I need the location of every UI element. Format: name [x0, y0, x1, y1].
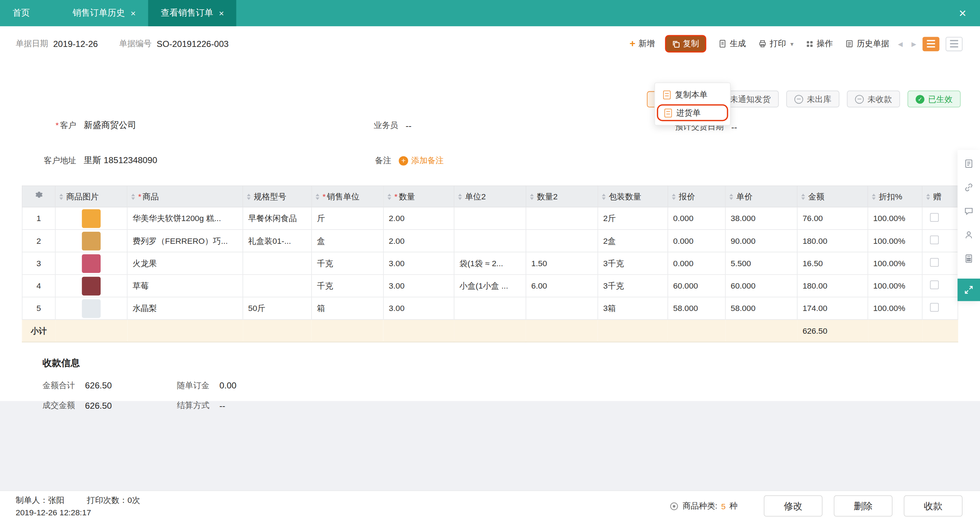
cell-gift[interactable]	[922, 297, 958, 319]
close-icon[interactable]: ×	[130, 9, 135, 18]
cell-row-number: 4	[22, 275, 55, 297]
tab-view-sales-order[interactable]: 查看销售订单 ×	[148, 0, 237, 26]
plus-circle-icon: +	[399, 156, 408, 165]
customer-address-label: 客户地址	[43, 155, 76, 166]
settlement-label: 结算方式	[177, 400, 209, 411]
print-button[interactable]: 打印 ▾	[758, 38, 793, 49]
window-close-icon[interactable]: ×	[945, 0, 980, 26]
column-header-6[interactable]: 单位2	[454, 186, 526, 207]
table-row[interactable]: 5水晶梨50斤箱3.003箱58.00058.000174.00100.00%	[22, 297, 958, 319]
cell-product-name: 费列罗（FERRERO）巧...	[127, 230, 243, 252]
column-label: 规格型号	[254, 191, 286, 202]
footer-info: 制单人：张阳 打印次数：0次 2019-12-26 12:28:17	[16, 495, 140, 517]
sort-icon[interactable]	[458, 193, 462, 200]
gift-checkbox[interactable]	[930, 280, 939, 289]
sort-icon[interactable]	[672, 193, 676, 200]
table-row[interactable]: 3火龙果千克3.00袋(1袋 ≈ 2...1.503千克0.0005.50016…	[22, 252, 958, 274]
tab-sales-order-history[interactable]: 销售订单历史 ×	[60, 0, 148, 26]
cell-product-image	[56, 252, 127, 274]
column-header-8[interactable]: 包装数量	[598, 186, 668, 207]
minus-circle-icon	[855, 95, 864, 103]
contact-icon[interactable]	[964, 230, 974, 240]
table-row[interactable]: 4草莓千克3.00小盒(1小盒 ...6.003千克60.00060.00018…	[22, 275, 958, 297]
column-settings-header[interactable]	[22, 186, 55, 207]
operate-button[interactable]: 操作	[805, 38, 833, 49]
cell-gift[interactable]	[922, 252, 958, 274]
cell-pack-quantity: 3箱	[598, 297, 668, 319]
list-view-button[interactable]	[923, 37, 939, 51]
sort-icon[interactable]	[801, 193, 805, 200]
doc-date-label: 单据日期	[16, 38, 48, 49]
column-header-7[interactable]: 数量2	[526, 186, 598, 207]
menu-item-purchase-order[interactable]: 进货单	[657, 105, 728, 121]
tab-home[interactable]: 首页	[0, 0, 43, 26]
prev-icon[interactable]: ◀	[898, 40, 903, 47]
sort-icon[interactable]	[530, 193, 534, 200]
link-icon[interactable]	[964, 182, 974, 192]
column-header-5[interactable]: *数量	[383, 186, 454, 207]
sort-icon[interactable]	[247, 193, 251, 200]
cell-product-image	[56, 207, 127, 230]
history-button[interactable]: 历史单据	[845, 38, 889, 49]
table-row[interactable]: 2费列罗（FERRERO）巧...礼盒装01-...盒2.002盒0.00090…	[22, 230, 958, 252]
add-remark-button[interactable]: + 添加备注	[399, 155, 444, 166]
sort-icon[interactable]	[316, 193, 320, 200]
gift-checkbox[interactable]	[930, 236, 939, 245]
gift-checkbox[interactable]	[930, 303, 939, 312]
cell-quote-price: 0.000	[668, 252, 725, 274]
column-label: 金额	[808, 191, 825, 202]
menu-item-label: 复制本单	[675, 89, 707, 100]
column-label: 数量2	[537, 191, 558, 202]
sort-icon[interactable]	[602, 193, 606, 200]
column-header-11[interactable]: 金额	[797, 186, 868, 207]
expand-button[interactable]	[958, 279, 980, 301]
copy-button[interactable]: 复制	[665, 35, 706, 52]
tab-label: 首页	[13, 8, 30, 19]
chevron-down-icon[interactable]: ▾	[791, 40, 794, 47]
detail-view-button[interactable]	[945, 37, 962, 51]
column-header-10[interactable]: 单价	[725, 186, 797, 207]
message-icon[interactable]	[964, 206, 974, 216]
column-header-12[interactable]: 折扣%	[868, 186, 923, 207]
cell-gift[interactable]	[922, 207, 958, 230]
sort-icon[interactable]	[729, 193, 733, 200]
salesman-field[interactable]: 业务员 --	[374, 120, 411, 131]
customer-field[interactable]: *客户 新盛商贸公司	[43, 120, 137, 131]
badge-label: 已生效	[928, 94, 953, 105]
menu-item-copy-this-order[interactable]: 复制本单	[655, 86, 730, 104]
copy-label: 复制	[683, 38, 699, 49]
column-header-1[interactable]: 商品图片	[56, 186, 127, 207]
column-header-4[interactable]: *销售单位	[312, 186, 383, 207]
cell-gift[interactable]	[922, 275, 958, 297]
generate-button[interactable]: 生成	[718, 38, 746, 49]
form-icon[interactable]	[964, 159, 974, 168]
gift-checkbox[interactable]	[930, 258, 939, 267]
modify-button[interactable]: 修改	[764, 496, 822, 517]
main-panel: 单据日期 2019-12-26 单据编号 SO-20191226-003 + 新…	[0, 26, 980, 401]
sort-icon[interactable]	[388, 193, 391, 200]
receive-payment-button[interactable]: 收款	[904, 496, 963, 517]
table-row[interactable]: 1华美华夫软饼1200g 糕...早餐休闲食品斤2.002斤0.00038.00…	[22, 207, 958, 230]
close-icon[interactable]: ×	[219, 9, 224, 18]
cell-quote-price: 0.000	[668, 230, 725, 252]
sort-icon[interactable]	[59, 193, 63, 200]
add-button[interactable]: + 新增	[629, 38, 655, 49]
cell-row-number: 5	[22, 297, 55, 319]
column-header-13[interactable]: 赠	[922, 186, 958, 207]
remark-label: 备注	[375, 155, 391, 166]
column-header-2[interactable]: *商品	[127, 186, 243, 207]
status-badge-not-shipped: 未出库	[786, 91, 839, 107]
sort-icon[interactable]	[926, 193, 930, 200]
column-header-9[interactable]: 报价	[668, 186, 725, 207]
calculator-icon[interactable]	[964, 254, 974, 264]
gift-checkbox[interactable]	[930, 213, 939, 222]
delete-button[interactable]: 删除	[834, 496, 892, 517]
cell-product-name: 火龙果	[127, 252, 243, 274]
sort-icon[interactable]	[131, 193, 135, 200]
column-header-3[interactable]: 规格型号	[243, 186, 312, 207]
next-icon[interactable]: ▶	[912, 40, 916, 47]
required-icon: *	[138, 192, 141, 201]
cell-gift[interactable]	[922, 230, 958, 252]
sort-icon[interactable]	[872, 193, 876, 200]
history-doc-icon	[845, 40, 854, 48]
